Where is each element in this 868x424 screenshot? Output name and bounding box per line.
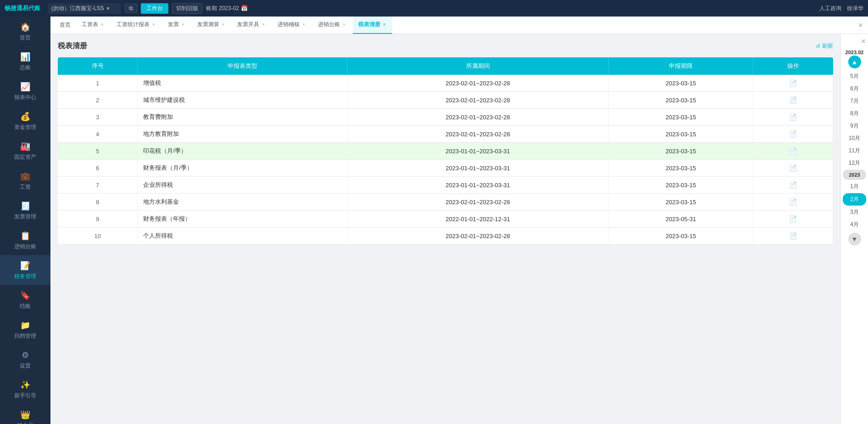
tab-sales-ledger-close[interactable]: × [342, 22, 346, 28]
sidebar-item-invoice[interactable]: 🧾 发票管理 [0, 195, 50, 225]
sidebar-item-settings[interactable]: ⚙ 设置 [0, 345, 50, 374]
sidebar-item-tax[interactable]: 📝 税务管理 [0, 255, 50, 285]
tab-home[interactable]: 首页 [55, 18, 75, 32]
close-panel-button[interactable]: ✕ [861, 38, 866, 45]
month-2022-8[interactable]: 8月 [841, 107, 868, 120]
tab-salary-report[interactable]: 工资统计报表 × [111, 17, 161, 34]
table-row: 7 企业所得税 2023-01-01~2023-03-31 2023-03-15… [58, 177, 833, 194]
sidebar-item-sales[interactable]: 📋 进销台账 [0, 225, 50, 255]
tab-tax-clear[interactable]: 税表清册 × [353, 17, 392, 34]
table-row: 1 增值税 2023-02-01~2023-02-28 2023-03-15 📄 [58, 75, 833, 92]
top-bar: 畅捷通易代账 (勿动）江西服宝-LSS ▼ ⧉ 工作台 切到旧版 账期 2023… [0, 0, 868, 17]
sidebar-label-settings: 设置 [20, 362, 31, 370]
company-selector[interactable]: (勿动）江西服宝-LSS ▼ [48, 3, 121, 14]
copy-button[interactable]: ⧉ [125, 4, 137, 13]
refresh-button[interactable]: ↺ 刷新 [816, 42, 833, 50]
ledger-icon: 📊 [20, 52, 30, 62]
cell-no: 9 [58, 211, 138, 228]
cell-deadline: 2023-03-15 [609, 160, 753, 177]
tab-invoice[interactable]: 发票 × [162, 17, 191, 34]
cell-deadline: 2023-03-15 [609, 92, 753, 109]
month-2022-12[interactable]: 12月 [841, 157, 868, 169]
tab-salary-report-close[interactable]: × [151, 22, 156, 28]
invoice-icon: 🧾 [20, 201, 30, 211]
sidebar-label-tax: 税务管理 [14, 273, 36, 280]
tabs-bar: 首页 工资表 × 工资统计报表 × 发票 × 发票测算 × 发票开具 × [50, 17, 868, 34]
month-2022-10[interactable]: 10月 [841, 132, 868, 145]
workbench-button[interactable]: 工作台 [141, 3, 168, 14]
cell-period: 2023-02-01~2023-02-28 [347, 126, 608, 143]
company-dropdown-icon[interactable]: ▼ [106, 6, 111, 11]
tab-tax-clear-close[interactable]: × [382, 22, 387, 28]
sales-icon: 📋 [20, 231, 30, 241]
month-2023-1[interactable]: 1月 [841, 180, 868, 193]
col-deadline: 申报期限 [609, 57, 753, 75]
tab-invoice-check-close[interactable]: × [221, 22, 226, 28]
tab-sales-ledger[interactable]: 进销台账 × [312, 17, 352, 34]
cell-period: 2023-01-01~2023-03-31 [347, 177, 608, 194]
tab-invoice-check[interactable]: 发票测算 × [192, 17, 231, 34]
sidebar-item-funds[interactable]: 💰 资金管理 [0, 106, 50, 136]
sidebar-item-salary[interactable]: 💼 工资 [0, 166, 50, 195]
tab-sales-check-close[interactable]: × [301, 22, 306, 28]
cell-type: 财务报表（年报） [138, 211, 347, 228]
sidebar-item-reports[interactable]: 📈 报表中心 [0, 76, 50, 106]
guide-icon: ✨ [20, 380, 30, 390]
sidebar-item-home[interactable]: 🏠 首页 [0, 17, 50, 46]
action-icon[interactable]: 📄 [789, 198, 797, 206]
month-2023-2[interactable]: 2月 [843, 193, 866, 206]
action-icon[interactable]: 📄 [789, 113, 797, 121]
refresh-label: 刷新 [822, 42, 833, 50]
username-label[interactable]: 徐泽华 [847, 5, 863, 12]
close-all-tabs-icon[interactable]: ✕ [858, 22, 863, 29]
sidebar-label-guide: 新手引导 [14, 392, 36, 400]
reports-icon: 📈 [20, 82, 30, 92]
cell-deadline: 2023-03-15 [609, 177, 753, 194]
month-2022-11[interactable]: 11月 [841, 145, 868, 157]
nav-down-button[interactable]: ▼ [848, 233, 861, 245]
cell-type: 城市维护建设税 [138, 92, 347, 109]
sidebar-label-sales: 进销台账 [14, 243, 36, 251]
col-type: 申报表类型 [138, 57, 347, 75]
month-2022-9[interactable]: 9月 [841, 120, 868, 132]
content-with-panel: 税表清册 ↺ 刷新 序号 申报表类型 所属期间 申报期限 操作 [50, 34, 868, 424]
sidebar-item-guide[interactable]: ✨ 新手引导 [0, 374, 50, 404]
user-service-link[interactable]: 人工咨询 [819, 5, 841, 12]
cell-deadline: 2023-03-15 [609, 75, 753, 92]
tab-invoice-open[interactable]: 发票开具 × [232, 17, 271, 34]
archive-icon: 📁 [20, 320, 30, 330]
month-2023-4[interactable]: 4月 [841, 218, 868, 231]
month-2023-3[interactable]: 3月 [841, 206, 868, 218]
home-icon: 🏠 [20, 22, 30, 32]
action-icon[interactable]: 📄 [789, 147, 797, 155]
sidebar-item-archive[interactable]: 📁 归档管理 [0, 315, 50, 345]
cell-no: 8 [58, 194, 138, 211]
action-icon[interactable]: 📄 [789, 130, 797, 138]
month-2022-7[interactable]: 7月 [841, 95, 868, 107]
tab-sales-check[interactable]: 进销稽核 × [272, 17, 312, 34]
assets-icon: 🏭 [20, 141, 30, 151]
switch-old-button[interactable]: 切到旧版 [172, 3, 202, 14]
action-icon[interactable]: 📄 [789, 181, 797, 189]
action-icon[interactable]: 📄 [789, 79, 797, 87]
tab-salary[interactable]: 工资表 × [76, 17, 110, 34]
tab-invoice-open-close[interactable]: × [261, 22, 266, 28]
table-row: 3 教育费附加 2023-02-01~2023-02-28 2023-03-15… [58, 109, 833, 126]
action-icon[interactable]: 📄 [789, 164, 797, 172]
calendar-icon[interactable]: 📅 [241, 5, 248, 11]
action-icon[interactable]: 📄 [789, 232, 797, 240]
tab-salary-close[interactable]: × [100, 22, 105, 28]
cell-action: 📄 [753, 211, 833, 228]
month-2022-6[interactable]: 6月 [841, 83, 868, 95]
main-layout: 🏠 首页 📊 总账 📈 报表中心 💰 资金管理 🏭 固定资产 💼 工资 🧾 发票… [0, 17, 868, 424]
sidebar-item-settle[interactable]: 🔖 结账 [0, 285, 50, 315]
month-2022-5[interactable]: 5月 [841, 70, 868, 83]
action-icon[interactable]: 📄 [789, 215, 797, 223]
sidebar-item-member[interactable]: 👑 畅会员 [0, 404, 50, 424]
action-icon[interactable]: 📄 [789, 96, 797, 104]
nav-up-button[interactable]: ▲ [848, 56, 861, 68]
sidebar-item-ledger[interactable]: 📊 总账 [0, 46, 50, 76]
tab-invoice-close[interactable]: × [181, 22, 185, 28]
sidebar-item-assets[interactable]: 🏭 固定资产 [0, 136, 50, 166]
company-name: (勿动）江西服宝-LSS [51, 5, 104, 12]
